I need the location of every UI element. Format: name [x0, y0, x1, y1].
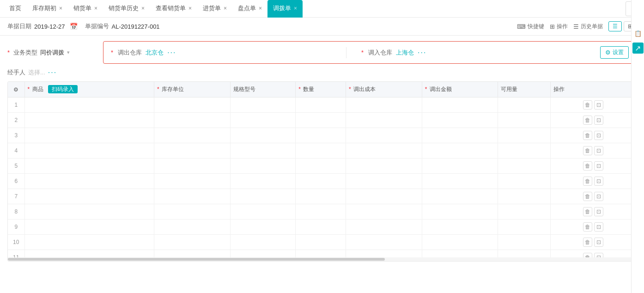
delete-icon[interactable]: 🗑	[583, 192, 592, 201]
delete-icon[interactable]: 🗑	[583, 100, 592, 110]
unit-cell[interactable]	[154, 220, 231, 235]
cost-cell[interactable]	[346, 204, 422, 220]
spec-cell[interactable]	[230, 174, 295, 189]
spec-cell[interactable]	[230, 235, 295, 250]
amount-cell[interactable]	[422, 235, 498, 250]
available-cell[interactable]	[498, 220, 551, 235]
column-settings-icon[interactable]: ⚙	[13, 86, 18, 93]
amount-cell[interactable]	[422, 250, 498, 258]
tab-purchase-order[interactable]: 进货单 ×	[197, 0, 232, 18]
product-cell[interactable]	[24, 250, 154, 258]
copy-icon[interactable]: ⊡	[594, 177, 603, 186]
delete-icon[interactable]: 🗑	[583, 161, 592, 171]
product-cell[interactable]	[24, 220, 154, 235]
spec-cell[interactable]	[230, 220, 295, 235]
amount-cell[interactable]	[422, 220, 498, 235]
calendar-icon[interactable]: 📅	[70, 23, 78, 30]
qty-cell[interactable]	[296, 128, 346, 143]
table-scroll-area[interactable]: ⚙ * 商品 扫码录入 * 库存单位 规格型	[8, 82, 636, 257]
cost-cell[interactable]	[346, 113, 422, 128]
cost-cell[interactable]	[346, 174, 422, 189]
tab-close-transfer-order[interactable]: ×	[294, 5, 297, 12]
product-cell[interactable]	[24, 204, 154, 220]
copy-icon[interactable]: ⊡	[594, 131, 603, 140]
qty-cell[interactable]	[296, 159, 346, 174]
amount-cell[interactable]	[422, 159, 498, 174]
amount-cell[interactable]	[422, 143, 498, 159]
list-view-button[interactable]: ☰	[608, 21, 622, 31]
spec-cell[interactable]	[230, 189, 295, 204]
unit-cell[interactable]	[154, 250, 231, 258]
product-cell[interactable]	[24, 113, 154, 128]
available-cell[interactable]	[498, 204, 551, 220]
scan-button[interactable]: 扫码录入	[48, 85, 78, 93]
tab-inventory-count[interactable]: 盘点单 ×	[232, 0, 267, 18]
unit-cell[interactable]	[154, 189, 231, 204]
unit-cell[interactable]	[154, 128, 231, 143]
product-cell[interactable]	[24, 159, 154, 174]
available-cell[interactable]	[498, 143, 551, 159]
product-cell[interactable]	[24, 189, 154, 204]
copy-icon[interactable]: ⊡	[594, 207, 603, 216]
amount-cell[interactable]	[422, 189, 498, 204]
delete-icon[interactable]: 🗑	[583, 116, 592, 125]
spec-cell[interactable]	[230, 143, 295, 159]
scrollbar-thumb[interactable]	[8, 258, 385, 261]
product-cell[interactable]	[24, 143, 154, 159]
tab-close-inventory-init[interactable]: ×	[59, 5, 62, 12]
amount-cell[interactable]	[422, 113, 498, 128]
settings-button[interactable]: ⚙ 设置	[600, 46, 629, 59]
tab-transfer-order[interactable]: 调拨单 ×	[267, 0, 303, 18]
sidebar-notes-button[interactable]: 📋	[632, 28, 644, 39]
spec-cell[interactable]	[230, 204, 295, 220]
qty-cell[interactable]	[296, 235, 346, 250]
product-cell[interactable]	[24, 235, 154, 250]
cost-cell[interactable]	[346, 128, 422, 143]
tab-close-view-sales[interactable]: ×	[188, 5, 192, 12]
qty-cell[interactable]	[296, 250, 346, 258]
sidebar-export-button[interactable]: ↗	[632, 43, 644, 54]
cost-cell[interactable]	[346, 235, 422, 250]
amount-cell[interactable]	[422, 128, 498, 143]
cost-cell[interactable]	[346, 250, 422, 258]
transfer-out-more-button[interactable]: ···	[167, 49, 176, 57]
delete-icon[interactable]: 🗑	[583, 131, 592, 140]
cost-cell[interactable]	[346, 189, 422, 204]
product-cell[interactable]	[24, 174, 154, 189]
available-cell[interactable]	[498, 128, 551, 143]
amount-cell[interactable]	[422, 204, 498, 220]
unit-cell[interactable]	[154, 174, 231, 189]
cost-cell[interactable]	[346, 98, 422, 113]
qty-cell[interactable]	[296, 204, 346, 220]
th-gear[interactable]: ⚙	[8, 82, 24, 98]
tab-sales-history[interactable]: 销货单历史 ×	[103, 0, 150, 18]
delete-icon[interactable]: 🗑	[583, 177, 592, 186]
qty-cell[interactable]	[296, 189, 346, 204]
copy-icon[interactable]: ⊡	[594, 161, 603, 171]
tab-close-inventory-count[interactable]: ×	[259, 5, 262, 12]
transfer-in-more-button[interactable]: ···	[418, 49, 426, 57]
qty-cell[interactable]	[296, 98, 346, 113]
spec-cell[interactable]	[230, 128, 295, 143]
operation-button[interactable]: ⊞ 操作	[550, 23, 568, 31]
biz-type-select[interactable]: 同价调拨 ▾	[40, 49, 96, 57]
cost-cell[interactable]	[346, 159, 422, 174]
tab-close-sales-order[interactable]: ×	[94, 5, 97, 12]
delete-icon[interactable]: 🗑	[583, 222, 592, 232]
copy-icon[interactable]: ⊡	[594, 146, 603, 155]
qty-cell[interactable]	[296, 220, 346, 235]
tab-inventory-init[interactable]: 库存期初 ×	[27, 0, 68, 18]
cost-cell[interactable]	[346, 220, 422, 235]
spec-cell[interactable]	[230, 98, 295, 113]
unit-cell[interactable]	[154, 98, 231, 113]
delete-icon[interactable]: 🗑	[583, 238, 592, 247]
history-button[interactable]: ☰ 历史单据	[573, 23, 603, 31]
delete-icon[interactable]: 🗑	[583, 253, 592, 257]
unit-cell[interactable]	[154, 159, 231, 174]
tab-sales-order[interactable]: 销货单 ×	[68, 0, 103, 18]
available-cell[interactable]	[498, 174, 551, 189]
person-select[interactable]: 选择...	[28, 68, 45, 77]
copy-icon[interactable]: ⊡	[594, 116, 603, 125]
unit-cell[interactable]	[154, 143, 231, 159]
copy-icon[interactable]: ⊡	[594, 100, 603, 110]
